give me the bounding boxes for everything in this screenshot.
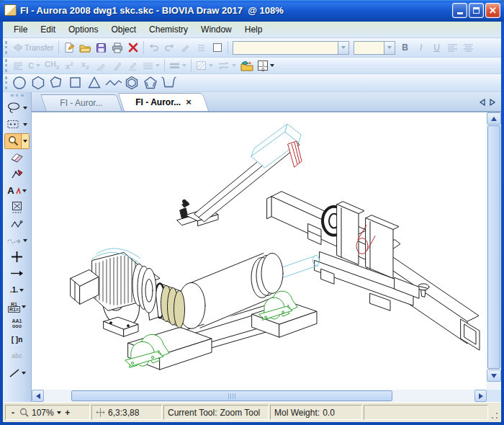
eraser-tool[interactable] [4,150,31,165]
chevron-down-icon[interactable] [19,289,24,292]
superscript-button[interactable]: x2 [61,58,77,73]
menu-object[interactable]: Object [104,22,143,37]
horizontal-scroll-thumb[interactable] [71,390,392,401]
zoom-tool-selected[interactable] [4,133,31,148]
bold-button[interactable]: B [397,40,413,55]
tab-scroll-left-button[interactable] [477,98,486,107]
sidebar-grip[interactable] [11,94,24,97]
text-tool[interactable]: A [4,183,31,198]
menu-chemistry[interactable]: Chemistry [143,22,194,37]
ring-triangle-button[interactable] [85,75,104,91]
abc-label-tool[interactable]: abc [4,349,31,364]
pencil-tool-button[interactable] [93,58,109,73]
scroll-right-button[interactable] [474,390,487,402]
pen-tool-button[interactable] [109,58,125,73]
copy-style-button[interactable] [178,40,194,55]
ch2-button[interactable]: CH2 [42,58,61,73]
ring-aromatic-button[interactable] [122,75,141,91]
align-left-button[interactable] [445,40,461,55]
menu-edit[interactable]: Edit [34,22,62,37]
zoom-in-button[interactable]: + [64,408,71,418]
delete-button[interactable] [125,40,141,55]
minimize-button[interactable] [452,3,467,18]
menu-options[interactable]: Options [62,22,104,37]
chevron-down-icon[interactable] [22,305,26,308]
ring-circle-button[interactable] [10,75,29,91]
redo-button[interactable] [162,40,178,55]
sequence-tool[interactable]: AA1ooo [4,316,31,331]
chevron-down-icon[interactable] [23,239,27,242]
size-combo-dropdown[interactable] [384,42,395,54]
scroll-left-button[interactable] [32,390,44,402]
underline-button[interactable]: U [429,40,445,55]
horizontal-scrollbar[interactable] [32,390,487,402]
menu-help[interactable]: Help [238,22,269,37]
ring-hexagon-button[interactable] [29,75,48,91]
chevron-down-icon[interactable] [23,123,27,126]
draw-bond-tool[interactable] [4,166,31,182]
ratio-display-button[interactable]: 10 [256,58,276,73]
save-button[interactable] [94,40,109,55]
vertical-scroll-thumb[interactable] [487,125,500,369]
chevron-down-icon[interactable] [23,107,27,109]
italic-button[interactable]: I [413,40,429,55]
drawing-canvas[interactable] [32,112,487,390]
font-family-combo[interactable] [233,41,349,55]
zoom-dropdown[interactable] [57,411,61,414]
bracket-tool[interactable]: [ ]n [4,332,31,347]
align-center-button[interactable] [461,40,477,55]
insert-picture-button[interactable] [238,58,256,73]
chain-tool-button[interactable] [104,75,122,91]
toolbar-grip[interactable] [5,76,7,89]
atom-symbol-button[interactable]: C [26,58,42,73]
zoom-tool-dropdown[interactable] [21,134,29,148]
line-weight-button[interactable] [167,58,189,73]
undo-button[interactable] [146,40,162,55]
toolbar-grip[interactable] [5,41,7,54]
hatch-lines-button[interactable] [140,58,162,73]
ring-template-button[interactable] [160,75,179,91]
insert-object-button[interactable] [210,40,225,55]
transfer-button[interactable]: Transfer [10,40,56,55]
curve-arrow-tool[interactable] [4,233,31,248]
maximize-button[interactable] [469,3,484,18]
tab-active-document[interactable]: FI - Auror... × [121,93,206,111]
highlight-tool-button[interactable] [125,58,140,73]
font-size-combo[interactable] [354,41,395,55]
paragraph-button[interactable] [10,58,26,73]
plus-tool[interactable] [4,249,31,264]
atom-box-tool[interactable] [4,200,31,215]
open-file-button[interactable] [77,40,94,55]
reaction-arrows-button[interactable] [215,58,238,73]
lasso-select-tool[interactable] [4,100,31,115]
chevron-down-icon[interactable] [22,189,27,192]
rgroup-tool[interactable]: R1R1= [4,299,31,314]
ring-cyclopentadiene-button[interactable] [141,75,160,91]
vertical-scrollbar[interactable] [487,112,501,390]
atom-map-tool[interactable]: .1. [4,282,31,298]
ring-pentagon-button[interactable] [48,75,66,91]
reaction-arrow-tool[interactable] [4,266,31,281]
zoom-out-button[interactable]: - [9,408,17,418]
select-molecule-tool[interactable] [4,117,31,132]
chain-bond-tool[interactable] [4,216,31,231]
toolbar-grip[interactable] [5,59,7,72]
chevron-down-icon[interactable] [22,372,26,375]
paste-options-button[interactable] [194,40,210,55]
subscript-button[interactable]: x2 [77,58,93,73]
menu-file[interactable]: File [7,22,34,37]
fill-style-button[interactable] [194,58,215,73]
scroll-up-button[interactable] [487,112,501,125]
tab-close-icon[interactable]: × [186,97,192,107]
print-button[interactable] [109,40,125,55]
tab-inactive-document[interactable]: FI - Auror... [43,94,120,111]
ring-square-button[interactable] [66,75,85,91]
resize-grip[interactable] [490,411,499,421]
new-document-button[interactable] [61,40,77,55]
scroll-down-button[interactable] [487,370,501,382]
line-draw-tool[interactable] [4,365,31,380]
close-button[interactable]: ✕ [485,3,500,18]
font-combo-dropdown[interactable] [338,42,348,54]
tab-scroll-right-button[interactable] [488,98,497,107]
menu-window[interactable]: Window [194,22,238,37]
